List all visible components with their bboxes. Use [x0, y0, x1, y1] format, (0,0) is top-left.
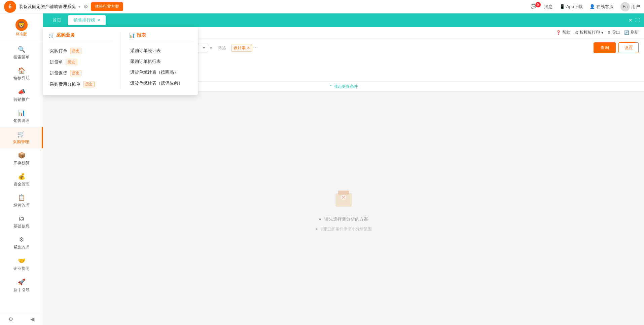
sidebar-label-sales: 销售管理: [13, 118, 30, 124]
home-icon: 🏠: [18, 67, 25, 74]
guide-icon: 🚀: [18, 278, 25, 286]
history-badge: 历史: [66, 59, 77, 65]
user-item[interactable]: Ea 用户: [620, 2, 640, 11]
sidebar-label-operations: 经营管理: [13, 203, 30, 208]
print-icon: 🖨: [574, 30, 578, 35]
dropdown-col-reports: 📊 报表 采购订单统计表 采购订单执行表 进货单统计表（按商品） 进货单统计表（…: [129, 32, 193, 90]
empty-hint-1: ● 请先选择要分析的方案: [319, 216, 368, 222]
tab-home[interactable]: 首页: [47, 15, 67, 25]
dropdown-item-po-exec[interactable]: 采购订单执行表: [129, 56, 193, 67]
dropdown-col-purchase: 🛒 采购业务 采购订单 历史 进货单 历史 进货退货 历史 采购费用分摊单 历史: [48, 32, 112, 90]
sidebar-item-basic-info[interactable]: 🗂 基础信息: [0, 212, 43, 233]
refresh-button[interactable]: 🔄 刷新: [624, 30, 639, 35]
sidebar-item-sales[interactable]: 📊 销售管理: [0, 106, 43, 127]
collapse-sidebar-icon[interactable]: ◀: [30, 316, 34, 322]
top-bar-right: 💬 5 消息 📱 App下载 👤 在线客服 Ea 用户: [531, 2, 640, 11]
dropdown-item-receive-stats-goods[interactable]: 进货单统计表（按商品）: [129, 67, 193, 78]
sidebar-label-purchase: 采购管理: [13, 139, 29, 145]
dropdown-col2-title: 📊 报表: [129, 32, 193, 41]
svg-rect-1: [338, 191, 349, 195]
chevron-up-icon: ⌃: [329, 84, 332, 89]
tab-expand-icon[interactable]: ⛶: [635, 17, 640, 23]
finance-icon: 💰: [18, 173, 25, 180]
sidebar-item-system[interactable]: ⚙ 系统管理: [0, 233, 43, 254]
filter-actions: 查询 设置: [594, 42, 639, 53]
sidebar-item-operations[interactable]: 📋 经营管理: [0, 191, 43, 212]
sales-icon: 📊: [18, 109, 25, 117]
inventory-icon: 📦: [18, 152, 25, 159]
logo-icon: 6: [4, 1, 16, 13]
message-icon-item[interactable]: 💬 5 消息: [531, 4, 553, 10]
tab-home-label: 首页: [52, 17, 61, 23]
tab-bar-right: ✕ ⛶: [629, 17, 640, 23]
goods-more-btn[interactable]: ···: [253, 45, 258, 51]
sidebar-label-system: 系统管理: [13, 245, 30, 250]
enterprise-icon: 🤝: [18, 257, 25, 265]
dropdown-item-return[interactable]: 进货退货 历史: [48, 68, 112, 79]
message-label: 消息: [544, 4, 553, 10]
phone-icon: 📱: [560, 4, 565, 9]
search-icon: 🔍: [18, 46, 25, 53]
tab-bar: 首页 销售排行榜 ✕ ✕ ⛶: [43, 13, 644, 27]
settings-bottom-icon[interactable]: ⚙: [8, 316, 13, 322]
dropdown-item-purchase-order[interactable]: 采购订单 历史: [48, 45, 112, 56]
dropdown-item-label: 进货单统计表（按供应商）: [130, 80, 183, 86]
col2-icon: 📊: [129, 33, 135, 38]
export-icon: ⬆: [607, 30, 611, 35]
sidebar-item-marketing[interactable]: 📣 营销推广: [0, 85, 43, 106]
dropdown-icon[interactable]: ▾: [78, 4, 81, 9]
sidebar-item-search[interactable]: 🔍 搜索菜单: [0, 42, 43, 64]
sidebar-item-quick-nav[interactable]: 🏠 快捷导航: [0, 64, 43, 85]
online-service-label: 在线客服: [596, 4, 614, 10]
goods-label: 商品: [218, 45, 226, 51]
sidebar-item-purchase[interactable]: 🛒 采购管理: [0, 127, 43, 148]
sidebar-label-basic-info: 基础信息: [13, 224, 30, 229]
history-badge: 历史: [70, 48, 81, 54]
sidebar-logo-text: 标准版: [16, 32, 27, 37]
tab-sales-rank-label: 销售排行榜: [73, 17, 95, 23]
print-dropdown-icon[interactable]: ▾: [601, 30, 603, 35]
app-download-item[interactable]: 📱 App下载: [560, 4, 583, 10]
sidebar-label-inventory: 库存核算: [13, 160, 30, 166]
top-bar-actions: 体验行业方案: [91, 2, 123, 11]
online-service-item[interactable]: 👤 在线客服: [589, 4, 614, 10]
empty-text-2: 用[过滤]条件来缩小分析范围: [321, 227, 372, 231]
empty-state: ● 请先选择要分析的方案 ● 用[过滤]条件来缩小分析范围: [43, 92, 644, 325]
dropdown-item-label: 采购费用分摊单: [50, 81, 80, 87]
system-title: 装备及固定资产辅助管理系统: [19, 4, 76, 10]
sidebar-label-marketing: 营销推广: [13, 97, 30, 103]
goods-tag: 设计素 ✕: [231, 44, 252, 52]
dropdown-item-expense[interactable]: 采购费用分摊单 历史: [48, 79, 112, 90]
history-badge: 历史: [83, 81, 95, 87]
dropdown-item-label: 进货单统计表（按商品）: [130, 69, 178, 75]
logo-area: 🦁 标准版: [0, 16, 43, 41]
collapse-label: 收起更多条件: [334, 84, 358, 89]
tab-close-icon[interactable]: ✕: [97, 18, 100, 23]
sidebar-item-inventory[interactable]: 📦 库存核算: [0, 148, 43, 169]
sidebar-item-guide[interactable]: 🚀 新手引导: [0, 275, 43, 296]
export-button[interactable]: ⬆ 导出: [607, 30, 620, 35]
col1-icon: 🛒: [48, 33, 54, 38]
goods-tag-close[interactable]: ✕: [247, 46, 250, 50]
status-more-btn[interactable]: ▾: [210, 45, 212, 51]
query-button[interactable]: 查询: [594, 42, 616, 53]
dropdown-item-po-stats[interactable]: 采购订单统计表: [129, 45, 193, 56]
print-button[interactable]: 🖨 按模板打印 ▾: [574, 30, 603, 35]
sidebar-label-search: 搜索菜单: [13, 54, 30, 60]
industry-solution-button[interactable]: 体验行业方案: [91, 2, 123, 11]
tab-sales-rank[interactable]: 销售排行榜 ✕: [68, 15, 106, 25]
help-button[interactable]: ❓ 帮助: [556, 30, 570, 35]
sidebar-item-finance[interactable]: 💰 资金管理: [0, 169, 43, 191]
settings-icon[interactable]: ⚙: [83, 3, 88, 10]
dropdown-item-label: 采购订单: [50, 48, 67, 54]
empty-illustration: [330, 185, 357, 212]
dropdown-item-receive[interactable]: 进货单 历史: [48, 56, 112, 68]
empty-hint-2: ● 用[过滤]条件来缩小分析范围: [315, 226, 372, 232]
help-icon: ❓: [556, 30, 561, 35]
settings-button[interactable]: 设置: [618, 42, 639, 53]
sidebar-item-enterprise[interactable]: 🤝 企业协同: [0, 254, 43, 275]
dropdown-item-receive-stats-supplier[interactable]: 进货单统计表（按供应商）: [129, 78, 193, 88]
tab-close-all-icon[interactable]: ✕: [629, 17, 633, 23]
sidebar-label-guide: 新手引导: [13, 287, 30, 293]
sidebar-label-enterprise: 企业协同: [13, 266, 30, 272]
